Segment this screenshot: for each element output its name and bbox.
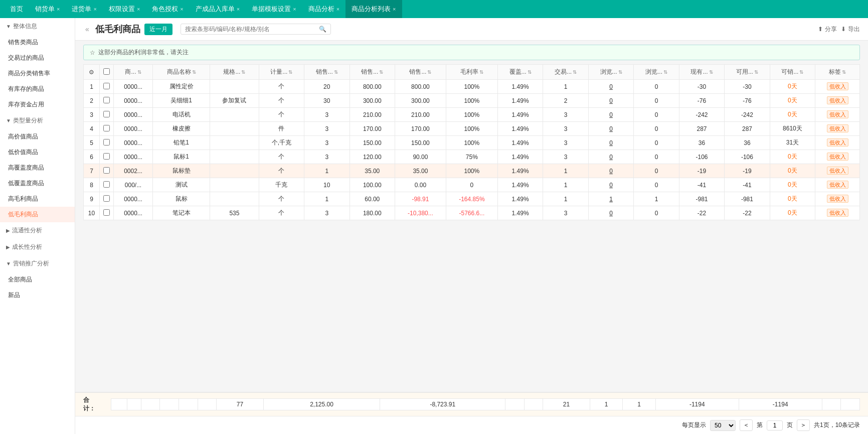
nav-product-inbound-close[interactable]: × — [237, 6, 240, 12]
row-transactions: 3 — [543, 108, 588, 122]
sidebar-item-stock-funds[interactable]: 库存资金占用 — [0, 97, 75, 112]
col-current-stock[interactable]: 现有...⇅ — [679, 65, 724, 80]
col-coverage[interactable]: 覆盖...⇅ — [497, 65, 543, 80]
select-all-checkbox[interactable] — [103, 68, 110, 75]
nav-product-analysis-list-close[interactable]: × — [393, 6, 396, 12]
row-views2: 0 — [634, 80, 679, 94]
row-checkbox[interactable] — [100, 108, 114, 122]
row-code: 0000... — [114, 206, 153, 220]
row-available: -30 — [725, 80, 770, 94]
nav-purchase-order-close[interactable]: × — [93, 6, 96, 12]
sidebar-group-type-analysis[interactable]: ▼ 类型量分析 — [0, 112, 75, 129]
next-page-button[interactable]: ＞ — [797, 419, 810, 431]
row-views1[interactable]: 0 — [588, 164, 633, 178]
row-checkbox[interactable] — [100, 164, 114, 178]
row-index: 5 — [84, 136, 100, 150]
row-checkbox[interactable] — [100, 192, 114, 206]
nav-permission-settings-close[interactable]: × — [137, 6, 140, 12]
col-checkbox[interactable] — [100, 65, 114, 80]
sidebar-item-low-coverage[interactable]: 低覆盖度商品 — [0, 176, 75, 191]
col-code[interactable]: 商...⇅ — [114, 65, 153, 80]
row-views1[interactable]: 0 — [588, 80, 633, 94]
col-sales-price[interactable]: 销售...⇅ — [350, 65, 395, 80]
row-checkbox[interactable] — [100, 80, 114, 94]
col-views1[interactable]: 浏览...⇅ — [588, 65, 633, 80]
col-views2[interactable]: 浏览...⇅ — [634, 65, 679, 80]
col-sellable[interactable]: 可销...⇅ — [770, 65, 815, 80]
col-settings[interactable]: ⚙ — [84, 65, 100, 80]
page-title: 低毛利商品 — [95, 23, 140, 35]
sidebar-group-overall[interactable]: ▼ 整体信息 — [0, 18, 75, 35]
nav-product-analysis-close[interactable]: × — [336, 6, 339, 12]
row-views1[interactable]: 0 — [588, 94, 633, 108]
page-size-select[interactable]: 10 20 50 100 — [710, 420, 736, 431]
prev-page-button[interactable]: ＜ — [740, 419, 753, 431]
sidebar-collapse-button[interactable]: « — [83, 25, 91, 33]
tag-badge: 低收入 — [827, 96, 848, 104]
row-views1[interactable]: 0 — [588, 206, 633, 220]
tag-badge: 低收入 — [827, 209, 848, 217]
nav-sales-order[interactable]: 销货单 × — [29, 0, 66, 18]
nav-product-analysis-list[interactable]: 商品分析列表 × — [345, 0, 402, 18]
row-views1[interactable]: 1 — [588, 192, 633, 206]
sidebar-group-growth[interactable]: ▶ 成长性分析 — [0, 239, 75, 255]
search-input[interactable] — [185, 26, 319, 33]
sidebar-item-high-value[interactable]: 高价值商品 — [0, 129, 75, 144]
col-available[interactable]: 可用...⇅ — [725, 65, 770, 80]
sidebar-item-low-value[interactable]: 低价值商品 — [0, 144, 75, 160]
row-checkbox[interactable] — [100, 122, 114, 136]
col-gross-margin[interactable]: 毛利率⇅ — [446, 65, 497, 80]
row-checkbox[interactable] — [100, 206, 114, 220]
row-views1[interactable]: 0 — [588, 136, 633, 150]
row-coverage: 1.49% — [497, 206, 543, 220]
sidebar-group-flow[interactable]: ▶ 流通性分析 — [0, 222, 75, 239]
nav-product-inbound[interactable]: 产成品入库单 × — [190, 0, 246, 18]
nav-home[interactable]: 首页 — [4, 0, 29, 18]
row-sales-price: 35.00 — [350, 164, 395, 178]
sidebar-group-marketing[interactable]: ▼ 营销推广分析 — [0, 255, 75, 272]
row-views1[interactable]: 0 — [588, 178, 633, 192]
nav-permission-settings[interactable]: 权限设置 × — [103, 0, 146, 18]
row-checkbox[interactable] — [100, 178, 114, 192]
nav-sales-order-close[interactable]: × — [57, 6, 60, 12]
nav-template-settings-close[interactable]: × — [293, 6, 296, 12]
col-sales-qty[interactable]: 销售...⇅ — [304, 65, 350, 80]
row-views1[interactable]: 0 — [588, 108, 633, 122]
col-name[interactable]: 商品名称⇅ — [152, 65, 210, 80]
row-checkbox[interactable] — [100, 94, 114, 108]
nav-role-auth-close[interactable]: × — [180, 6, 183, 12]
page-number-input[interactable] — [767, 420, 783, 430]
sidebar-item-in-stock[interactable]: 有库存的商品 — [0, 81, 75, 97]
row-views1[interactable]: 0 — [588, 122, 633, 136]
row-coverage: 1.49% — [497, 150, 543, 164]
row-views1[interactable]: 0 — [588, 150, 633, 164]
nav-purchase-order[interactable]: 进货单 × — [66, 0, 102, 18]
export-button[interactable]: ⬇ 导出 — [841, 25, 860, 34]
tag-badge: 低收入 — [827, 181, 848, 189]
sidebar-item-low-margin[interactable]: 低毛利商品 — [0, 207, 75, 222]
sidebar-item-sales-products[interactable]: 销售类商品 — [0, 35, 75, 50]
col-sales-amount[interactable]: 销售...⇅ — [395, 65, 446, 80]
share-button[interactable]: ⬆ 分享 — [818, 25, 837, 34]
col-tag[interactable]: 标签⇅ — [815, 65, 860, 80]
row-coverage: 1.49% — [497, 178, 543, 192]
nav-product-analysis[interactable]: 商品分析 × — [302, 0, 345, 18]
row-sales-amount: 170.00 — [395, 122, 446, 136]
footer-sales-qty: 77 — [217, 399, 263, 410]
col-unit[interactable]: 计量...⇅ — [259, 65, 304, 80]
sidebar-item-traded-products[interactable]: 交易过的商品 — [0, 50, 75, 66]
sidebar-item-high-margin[interactable]: 高毛利商品 — [0, 191, 75, 207]
row-checkbox[interactable] — [100, 150, 114, 164]
col-spec[interactable]: 规格...⇅ — [210, 65, 259, 80]
sidebar-item-category-rate[interactable]: 商品分类销售率 — [0, 66, 75, 81]
row-name: 笔记本 — [152, 206, 210, 220]
search-icon[interactable]: 🔍 — [319, 26, 326, 33]
nav-role-auth[interactable]: 角色授权 × — [146, 0, 189, 18]
nav-template-settings[interactable]: 单据模板设置 × — [246, 0, 302, 18]
sidebar-item-all-products[interactable]: 全部商品 — [0, 272, 75, 287]
date-filter-button[interactable]: 近一月 — [144, 24, 172, 35]
col-transactions[interactable]: 交易...⇅ — [543, 65, 588, 80]
sidebar-item-high-coverage[interactable]: 高覆盖度商品 — [0, 160, 75, 176]
sidebar-item-new-products[interactable]: 新品 — [0, 287, 75, 303]
row-checkbox[interactable] — [100, 136, 114, 150]
